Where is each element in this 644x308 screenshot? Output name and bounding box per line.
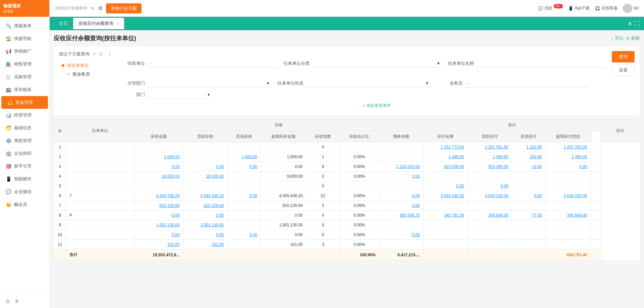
link-loan_payable[interactable]: 1,390.00 xyxy=(493,155,508,159)
cell-prepaid_balance[interactable]: 0.00 xyxy=(379,172,423,181)
link-other_payable[interactable]: 0.00 xyxy=(534,193,542,198)
link-loan_payable[interactable]: 0.00 xyxy=(500,184,508,188)
cell-loan_payable[interactable]: 1,390.00 xyxy=(468,152,512,162)
filter-collapse-icon[interactable]: 《 xyxy=(106,51,111,57)
link-loan_receivable[interactable]: 152.00 xyxy=(212,242,224,247)
tab-ar-ap[interactable]: 应收应付余额查询 × xyxy=(73,18,124,29)
filter-option-salesman[interactable]: 按业务员 xyxy=(64,70,113,79)
link-prepaid_balance[interactable]: 0.00 xyxy=(412,193,420,198)
sidebar-item-purchase[interactable]: 🛒采购管理 xyxy=(0,71,49,83)
cell-overdue_payable[interactable]: 1,251,551.00 xyxy=(545,142,591,152)
tab-expand-icon[interactable]: ⛶ xyxy=(635,20,640,27)
settlement-unit-input[interactable]: ··· xyxy=(147,59,277,68)
cell-payable_amount[interactable]: 1,490.00 xyxy=(423,152,468,162)
link-loan_payable[interactable]: 915,495.56 xyxy=(488,164,508,169)
cell-prepaid_balance[interactable]: 0.00 xyxy=(379,191,423,201)
cell-other_receivable[interactable]: 0.00 xyxy=(227,162,261,172)
link-loan_receivable[interactable]: 0.00 xyxy=(216,164,224,169)
cell-other_receivable[interactable]: 0.00 xyxy=(227,230,261,240)
cell-loan_payable[interactable]: 3,044,240.00 xyxy=(468,191,512,201)
link-payable_amount[interactable]: 3,044,240.00 xyxy=(441,193,464,198)
cell-receivable_amount[interactable]: 4,345,436.20 xyxy=(134,191,183,201)
cell-other_receivable[interactable]: 0.00 xyxy=(227,191,261,201)
tab-close-window-icon[interactable]: ✕ xyxy=(628,20,632,27)
cell-receivable_amount[interactable]: 18,000.00 xyxy=(134,172,183,181)
query-button[interactable]: 查询 xyxy=(612,51,635,62)
link-receivable_amount[interactable]: 810,126.64 xyxy=(159,203,179,208)
link-overdue_payable[interactable]: 3,044,240.00 xyxy=(564,193,587,198)
link-loan_receivable[interactable]: 1,001,135.00 xyxy=(200,223,224,227)
sidebar-item-system[interactable]: ⚙️系统管理 xyxy=(0,134,49,147)
cell-loan_receivable[interactable]: 0.00 xyxy=(183,230,227,240)
link-receivable_amount[interactable]: 4,345,436.20 xyxy=(156,193,179,198)
link-prepaid_balance[interactable]: 0.00 xyxy=(412,232,420,237)
sidebar-item-operation[interactable]: 📊经营管理 xyxy=(0,109,49,122)
cell-loan_payable[interactable]: 345,684.00 xyxy=(468,211,512,220)
cell-other_payable[interactable]: 77.00 xyxy=(512,211,545,220)
cell-loan_receivable[interactable]: 4,345,436.20 xyxy=(183,191,227,201)
link-receivable_amount[interactable]: 152.00 xyxy=(167,242,180,247)
export-button[interactable]: ↑ 导出 xyxy=(611,35,624,41)
cell-other_payable[interactable]: 100.00 xyxy=(512,152,545,162)
counterparty-nature-select[interactable]: ▾ xyxy=(306,79,430,87)
cell-overdue_payable[interactable]: 1,390.00 xyxy=(545,152,591,162)
sidebar-item-smart-hw[interactable]: 📱智能硬件 xyxy=(0,173,49,185)
link-overdue_payable[interactable]: 0.00 xyxy=(579,164,587,169)
cell-prepaid_balance[interactable]: 655,636.75 xyxy=(379,211,423,220)
solution-button[interactable]: 体验行业方案 xyxy=(106,3,142,13)
filter-option-counterparty[interactable]: 按往来单位 xyxy=(59,61,113,70)
sidebar-item-inventory[interactable]: 🏬库存核算 xyxy=(0,83,49,96)
cell-prepaid_balance[interactable]: 2,153,333.00 xyxy=(379,162,423,172)
table-settings-icon[interactable]: ⚙ xyxy=(58,129,62,133)
counterparty-name-input[interactable] xyxy=(476,59,606,68)
cell-payable_amount[interactable]: 345,761.00 xyxy=(423,211,468,220)
settings-icon[interactable]: ⚙ xyxy=(5,298,10,305)
cell-payable_amount[interactable]: 1,252,773.00 xyxy=(423,142,468,152)
cell-receivable_amount[interactable]: 810,126.64 xyxy=(134,201,183,211)
sidebar-item-member[interactable]: 👑畅会员 xyxy=(0,198,49,211)
cell-loan_receivable[interactable]: 152.00 xyxy=(183,240,227,250)
link-payable_amount[interactable]: 0.00 xyxy=(456,184,464,188)
sidebar-item-corp-wechat[interactable]: 💬企业微信 xyxy=(0,185,49,198)
refresh-button[interactable]: ↻ 刷新 xyxy=(626,35,640,41)
collapse-icon[interactable]: ⏸ xyxy=(14,298,19,305)
link-other_payable[interactable]: 13.00 xyxy=(532,164,542,169)
cell-receivable_amount[interactable]: 0.00 xyxy=(134,211,183,220)
link-prepaid_balance[interactable]: 0.00 xyxy=(412,174,420,179)
link-other_payable[interactable]: 77.00 xyxy=(532,213,542,218)
cell-prepaid_balance[interactable]: 0.00 xyxy=(379,201,423,211)
cell-other_receivable[interactable]: 1,000.00 xyxy=(227,152,261,162)
link-loan_payable[interactable]: 1,251,551.00 xyxy=(485,145,508,149)
filter-settings-icon[interactable]: ⊙ xyxy=(99,51,103,57)
link-other_receivable[interactable]: 0.00 xyxy=(250,232,257,237)
cell-overdue_payable[interactable]: 345,684.00 xyxy=(545,211,591,220)
link-other_receivable[interactable]: 0.00 xyxy=(250,164,257,169)
cell-overdue_payable[interactable]: 3,044,240.00 xyxy=(545,191,591,201)
cell-loan_receivable[interactable]: 18,000.00 xyxy=(183,172,227,181)
cell-payable_amount[interactable]: 3,044,240.00 xyxy=(423,191,468,201)
link-loan_receivable[interactable]: 0.00 xyxy=(216,232,224,237)
collapse-bar[interactable]: ∧ 收起更多条件 xyxy=(118,101,635,111)
cell-receivable_amount[interactable]: 0.00 xyxy=(134,162,183,172)
link-loan_receivable[interactable]: 810,126.64 xyxy=(204,203,224,208)
link-other_receivable[interactable]: 1,000.00 xyxy=(242,155,258,159)
cell-other_payable[interactable]: 0.00 xyxy=(512,191,545,201)
cell-prepaid_balance[interactable]: 0.00 xyxy=(379,230,423,240)
cell-loan_receivable[interactable]: 810,126.64 xyxy=(183,201,227,211)
link-receivable_amount[interactable]: 1,000.00 xyxy=(164,155,180,159)
sidebar-item-basic-info[interactable]: 🗂️基础信息 xyxy=(0,122,49,134)
link-receivable_amount[interactable]: 18,000.00 xyxy=(162,174,179,179)
link-loan_payable[interactable]: 345,684.00 xyxy=(488,213,508,218)
sidebar-item-sales[interactable]: 🛍️销售管理 xyxy=(0,58,49,71)
tab-home[interactable]: 首页 xyxy=(54,18,73,29)
link-payable_amount[interactable]: 915,508.56 xyxy=(444,164,464,169)
dept-select[interactable]: ▾ xyxy=(147,91,212,99)
dept-manager-select[interactable]: ▾ xyxy=(147,79,271,87)
link-receivable_amount[interactable]: 0.00 xyxy=(172,164,179,169)
cell-payable_amount[interactable]: 915,508.56 xyxy=(423,162,468,172)
setup-button[interactable]: 设置 xyxy=(612,64,635,76)
cell-loan_payable[interactable]: 1,251,551.00 xyxy=(468,142,512,152)
link-overdue_payable[interactable]: 1,251,551.00 xyxy=(564,145,587,149)
app-download-btn[interactable]: 📱 App下载 xyxy=(568,5,590,11)
link-payable_amount[interactable]: 1,252,773.00 xyxy=(441,145,464,149)
